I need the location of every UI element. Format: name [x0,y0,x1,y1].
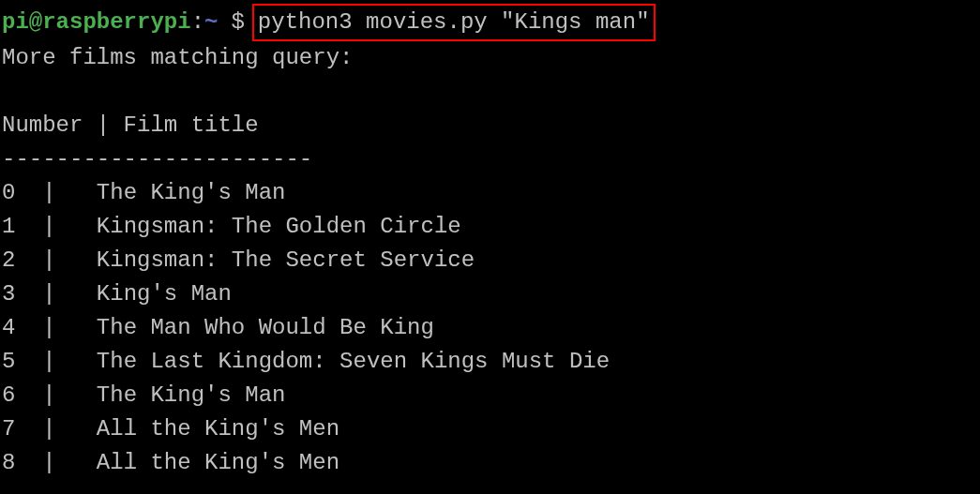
result-title: The King's Man [97,382,286,408]
result-row: 6 | The King's Man [2,379,978,412]
result-title: Kingsman: The Golden Circle [97,214,461,239]
result-separator: | [15,281,96,307]
result-number: 2 [2,247,15,273]
result-separator: | [15,349,96,374]
result-title: The Last Kingdom: Seven Kings Must Die [97,349,610,374]
result-row: 3 | King's Man [2,277,978,311]
result-row: 0 | The King's Man [2,176,978,210]
result-number: 5 [2,349,15,374]
result-row: 2 | Kingsman: The Secret Service [2,244,978,277]
result-title: The Man Who Would Be King [97,315,434,340]
result-number: 6 [2,382,15,408]
result-separator: | [15,382,96,408]
result-number: 4 [2,315,15,340]
result-row: 1 | Kingsman: The Golden Circle [2,210,978,244]
result-number: 3 [2,281,15,307]
prompt-user-host: pi@raspberrypi [2,6,191,39]
result-row: 7 | All the King's Men [2,412,978,446]
result-separator: | [15,214,96,239]
prompt-cwd: ~ [204,6,218,39]
terminal-prompt-line[interactable]: pi@raspberrypi:~$ python3 movies.py "Kin… [2,4,978,41]
result-title: The King's Man [97,180,286,205]
output-matching-line: More films matching query: [2,41,978,75]
result-title: All the King's Men [97,416,339,442]
result-row: 8 | All the King's Men [2,446,978,480]
prompt-dollar: $ [231,6,244,39]
result-title: All the King's Men [97,450,339,475]
command-text: python3 movies.py "Kings man" [258,9,650,35]
result-number: 8 [2,450,15,475]
result-row: 4 | The Man Who Would Be King [2,311,978,345]
table-header: Number | Film title [2,109,978,142]
result-title: Kingsman: The Secret Service [97,247,475,273]
result-row: 5 | The Last Kingdom: Seven Kings Must D… [2,345,978,379]
result-number: 0 [2,180,15,205]
result-separator: | [15,450,96,475]
prompt-colon: : [191,6,204,39]
results-list: 0 | The King's Man1 | Kingsman: The Gold… [2,176,978,480]
result-title: King's Man [97,281,232,307]
blank-line [2,75,978,109]
result-separator: | [15,315,96,340]
result-number: 1 [2,214,15,239]
result-separator: | [15,247,96,273]
result-separator: | [15,416,96,442]
command-highlight-box: python3 movies.py "Kings man" [252,4,656,41]
table-separator: ----------------------- [2,142,978,176]
result-number: 7 [2,416,15,442]
result-separator: | [15,180,96,205]
